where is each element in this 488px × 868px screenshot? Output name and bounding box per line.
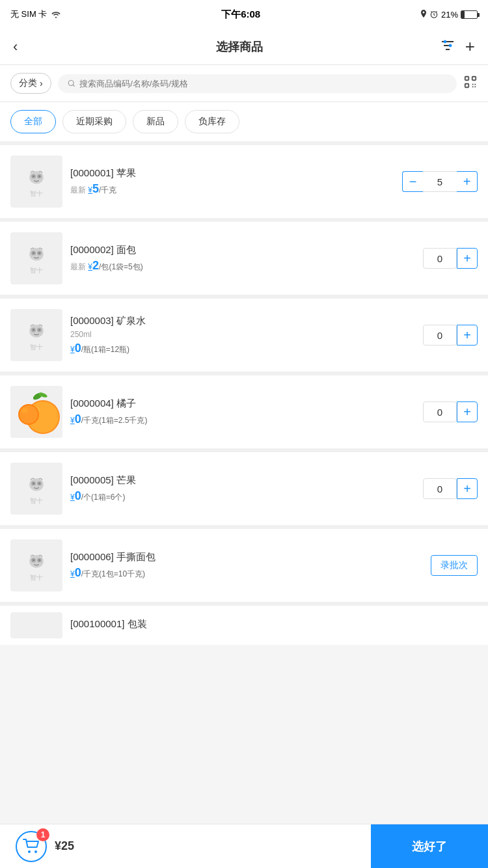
product-info: [0000004] 橘子 ¥0/千克(1箱=2.5千克): [70, 398, 415, 426]
status-time: 下午6:08: [221, 8, 260, 21]
product-thumbnail: [10, 612, 62, 638]
search-input[interactable]: [79, 79, 448, 88]
quantity-control: +: [423, 401, 478, 422]
owl-label: 智十: [30, 343, 43, 352]
svg-point-13: [33, 175, 35, 178]
confirm-button[interactable]: 选好了: [371, 824, 488, 868]
battery-icon: [461, 10, 478, 19]
tab-all[interactable]: 全部: [10, 110, 56, 133]
alarm-icon: [429, 10, 439, 19]
quantity-input[interactable]: [423, 171, 457, 192]
add-button[interactable]: +: [465, 36, 475, 57]
svg-point-23: [33, 329, 35, 331]
product-info: [0000003] 矿泉水 250ml ¥0/瓶(1箱=12瓶): [70, 315, 415, 355]
batch-button[interactable]: 录批次: [431, 555, 478, 576]
quantity-control: +: [423, 325, 478, 346]
product-info: [0000002] 面包 最新 ¥2/包(1袋=5包): [70, 244, 415, 273]
tab-recent[interactable]: 近期采购: [62, 110, 126, 133]
cart-icon: [23, 839, 40, 854]
svg-point-30: [21, 408, 28, 413]
product-name: [0000002] 面包: [70, 244, 415, 256]
svg-rect-8: [472, 76, 476, 80]
svg-point-36: [33, 482, 35, 485]
owl-placeholder: 智十: [10, 463, 62, 515]
increment-button[interactable]: +: [457, 171, 478, 192]
tab-negative[interactable]: 负库存: [185, 110, 239, 133]
product-name: [0000005] 芒果: [70, 474, 415, 487]
owl-label: 智十: [30, 266, 43, 275]
page-title: 选择商品: [216, 39, 263, 55]
category-button[interactable]: 分类 ›: [10, 73, 51, 94]
status-left: 无 SIM 卡: [10, 8, 61, 20]
svg-point-5: [449, 44, 452, 47]
product-list: 智十 [0000001] 苹果 最新 ¥5/千克 − +: [0, 145, 488, 645]
back-button[interactable]: ‹: [13, 38, 39, 55]
owl-label: 智十: [30, 189, 43, 198]
scan-button[interactable]: [463, 75, 478, 92]
increment-button[interactable]: +: [457, 401, 478, 422]
owl-placeholder: 智十: [10, 539, 62, 591]
svg-point-19: [38, 252, 41, 254]
product-thumbnail: 智十: [10, 539, 62, 591]
search-bar: 分类 ›: [0, 65, 488, 102]
increment-button[interactable]: +: [457, 248, 478, 269]
list-item: 智十 [0000006] 手撕面包 ¥0/千克(1包=10千克) 录批次: [0, 529, 488, 602]
product-thumbnail: 智十: [10, 463, 62, 515]
product-price: 最新 ¥5/千克: [70, 182, 394, 196]
search-icon: [67, 79, 76, 88]
product-price: ¥0/个(1箱=6个): [70, 489, 415, 503]
svg-point-4: [444, 40, 446, 43]
carrier-text: 无 SIM 卡: [10, 8, 47, 20]
location-icon: [420, 10, 427, 19]
product-price: 最新 ¥2/包(1袋=5包): [70, 259, 415, 273]
list-item: [000100001] 包装: [0, 606, 488, 645]
filter-button[interactable]: [441, 38, 455, 55]
product-thumbnail: [10, 386, 62, 438]
quantity-control: +: [423, 248, 478, 269]
cart-section: 1 ¥25: [0, 824, 371, 868]
owl-label: 智十: [30, 496, 43, 506]
list-item: 智十 [0000002] 面包 最新 ¥2/包(1袋=5包) +: [0, 222, 488, 295]
quantity-input[interactable]: [423, 478, 457, 499]
tab-new[interactable]: 新品: [133, 110, 178, 133]
svg-point-44: [34, 850, 37, 853]
product-name: [0000001] 苹果: [70, 167, 394, 180]
list-item: 智十 [0000003] 矿泉水 250ml ¥0/瓶(1箱=12瓶) +: [0, 299, 488, 372]
battery-percent: 21%: [441, 10, 458, 20]
nav-bar: ‹ 选择商品 +: [0, 29, 488, 65]
nav-actions: +: [441, 36, 475, 57]
product-thumbnail: 智十: [10, 309, 62, 361]
decrement-button[interactable]: −: [402, 171, 423, 192]
svg-point-24: [38, 329, 41, 331]
svg-point-18: [33, 252, 35, 254]
status-right: 21%: [420, 10, 478, 20]
product-spec: 250ml: [70, 330, 415, 339]
increment-button[interactable]: +: [457, 478, 478, 499]
product-price: ¥0/千克(1箱=2.5千克): [70, 413, 415, 426]
quantity-input[interactable]: [423, 248, 457, 269]
status-bar: 无 SIM 卡 下午6:08 21%: [0, 0, 488, 29]
quantity-input[interactable]: [423, 325, 457, 346]
owl-placeholder: 智十: [10, 156, 62, 208]
svg-rect-9: [465, 83, 469, 87]
search-input-wrap: [58, 74, 457, 93]
product-name: [0000003] 矿泉水: [70, 315, 415, 327]
svg-point-41: [33, 559, 35, 562]
wifi-icon: [51, 10, 61, 18]
list-item: 智十 [0000005] 芒果 ¥0/个(1箱=6个) +: [0, 452, 488, 525]
quantity-control: − +: [402, 171, 478, 192]
list-item: [0000004] 橘子 ¥0/千克(1箱=2.5千克) +: [0, 375, 488, 448]
product-price: ¥0/瓶(1箱=12瓶): [70, 342, 415, 355]
owl-placeholder: 智十: [10, 232, 62, 284]
quantity-control: +: [423, 478, 478, 499]
svg-point-43: [28, 850, 31, 853]
quantity-input[interactable]: [423, 401, 457, 422]
product-name: [0000006] 手撕面包: [70, 551, 423, 563]
cart-total: ¥25: [55, 839, 74, 853]
svg-rect-7: [465, 76, 469, 80]
cart-icon-button[interactable]: 1: [16, 831, 47, 862]
cart-badge: 1: [36, 828, 49, 841]
increment-button[interactable]: +: [457, 325, 478, 346]
svg-point-42: [38, 559, 41, 562]
filter-tabs: 全部 近期采购 新品 负库存: [0, 102, 488, 145]
